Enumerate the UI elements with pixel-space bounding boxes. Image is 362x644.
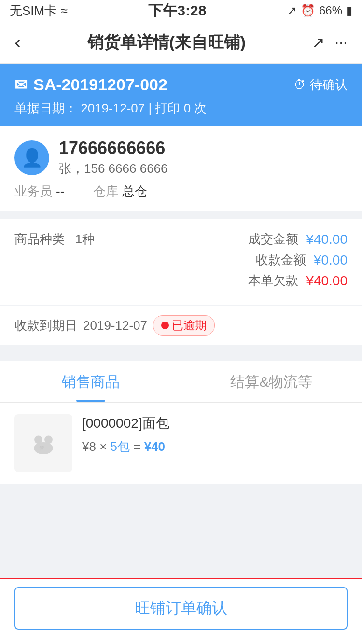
status-time: 下午3:28 <box>148 1 206 21</box>
status-bar: 无SIM卡 ≈ 下午3:28 ↗ ⏰ 66% ▮ <box>0 0 362 21</box>
product-type-value: 1种 <box>75 232 95 246</box>
owing-line: 本单欠款 ¥40.00 <box>248 272 348 289</box>
overdue-dot-icon <box>161 322 169 329</box>
clock-icon: ⏱ <box>293 77 306 92</box>
product-list: 管+ [0000002]面包 ¥8 × 5包 = ¥40 <box>0 403 362 484</box>
product-name: [0000002]面包 <box>82 414 348 433</box>
divider-1 <box>0 211 362 219</box>
owing-label: 本单欠款 <box>248 272 298 289</box>
product-info: [0000002]面包 ¥8 × 5包 = ¥40 <box>82 414 348 455</box>
status-right: ↗ ⏰ 66% ▮ <box>287 4 352 17</box>
back-button[interactable]: ‹ <box>14 31 21 53</box>
page-title: 销货单详情(来自旺铺) <box>87 31 246 54</box>
summary-right: 成交金额 ¥40.00 收款金额 ¥0.00 本单欠款 ¥40.00 <box>248 231 348 293</box>
order-icon: ✉ <box>14 76 28 94</box>
alarm-icon: ⏰ <box>301 4 315 17</box>
more-icon[interactable]: ··· <box>334 33 348 51</box>
sales-label: 业务员 <box>14 183 52 200</box>
sales-meta: 业务员 -- <box>14 183 64 200</box>
overdue-text: 已逾期 <box>172 318 207 333</box>
svg-text:管+: 管+ <box>39 445 48 451</box>
receipt-label: 收款金额 <box>256 252 306 268</box>
due-date-card: 收款到期日 2019-12-07 已逾期 <box>0 306 362 345</box>
product-total: ¥40 <box>144 439 165 454</box>
product-item: 管+ [0000002]面包 ¥8 × 5包 = ¥40 <box>14 414 348 472</box>
status-text: 待确认 <box>310 76 348 93</box>
order-status: ⏱ 待确认 <box>293 76 348 93</box>
due-date-value: 2019-12-07 <box>83 318 147 333</box>
warehouse-label: 仓库 <box>93 183 118 200</box>
amount-line: 成交金额 ¥40.00 <box>248 231 348 248</box>
warehouse-value: 总仓 <box>122 183 147 200</box>
order-print-info: | 打印 0 次 <box>148 101 207 115</box>
tabs: 销售商品 结算&物流等 <box>0 361 362 403</box>
product-type-label: 商品种类 <box>14 232 65 246</box>
receipt-line: 收款金额 ¥0.00 <box>248 252 348 268</box>
amount-label: 成交金额 <box>248 231 298 248</box>
summary-left: 商品种类 1种 <box>14 231 95 248</box>
product-multiply: × <box>99 439 107 454</box>
order-date: 单据日期： 2019-12-07 | 打印 0 次 <box>14 100 348 117</box>
battery-icon: ▮ <box>346 4 352 17</box>
sim-status: 无SIM卡 ≈ <box>10 2 68 19</box>
nav-bar: ‹ 销货单详情(来自旺铺) ↗ ··· <box>0 21 362 64</box>
product-equals: = <box>133 439 140 454</box>
share-icon[interactable]: ↗ <box>312 33 325 52</box>
confirm-order-button[interactable]: 旺铺订单确认 <box>14 587 348 630</box>
customer-phone: 17666666666 <box>59 138 168 158</box>
nav-actions: ↗ ··· <box>312 33 348 52</box>
tab-sales-products[interactable]: 销售商品 <box>0 361 181 402</box>
receipt-value: ¥0.00 <box>314 252 348 268</box>
customer-avatar: 👤 <box>14 140 49 175</box>
order-date-value: 2019-12-07 <box>81 101 145 115</box>
overdue-badge: 已逾期 <box>153 315 215 336</box>
bottom-space <box>0 484 362 561</box>
summary-card: 商品种类 1种 成交金额 ¥40.00 收款金额 ¥0.00 本单欠款 ¥40.… <box>0 219 362 305</box>
product-unit-price: ¥8 <box>82 439 96 454</box>
owing-value: ¥40.00 <box>306 273 348 289</box>
product-price: ¥8 × 5包 = ¥40 <box>82 438 348 455</box>
product-qty: 5包 <box>111 439 130 454</box>
amount-value: ¥40.00 <box>306 232 348 247</box>
order-header: ✉ SA-20191207-002 ⏱ 待确认 单据日期： 2019-12-07… <box>0 64 362 126</box>
order-id-container: ✉ SA-20191207-002 <box>14 75 167 94</box>
bottom-bar: 旺铺订单确认 <box>0 578 362 644</box>
order-id-text: SA-20191207-002 <box>33 75 167 94</box>
avatar-icon: 👤 <box>21 148 43 168</box>
due-date-label: 收款到期日 <box>14 317 77 334</box>
customer-card: 👤 17666666666 张，156 6666 6666 业务员 -- 仓库 … <box>0 126 362 211</box>
tab-settlement[interactable]: 结算&物流等 <box>181 361 362 402</box>
product-thumb-icon: 管+ <box>27 426 60 460</box>
battery-level: 66% <box>319 4 342 17</box>
location-icon: ↗ <box>287 4 297 17</box>
customer-name: 张，156 6666 6666 <box>59 160 168 177</box>
sales-value: -- <box>56 184 64 199</box>
divider-2 <box>0 345 362 353</box>
customer-meta: 业务员 -- 仓库 总仓 <box>14 183 348 200</box>
product-thumbnail: 管+ <box>14 414 72 472</box>
status-left: 无SIM卡 ≈ <box>10 2 68 19</box>
warehouse-meta: 仓库 总仓 <box>93 183 147 200</box>
